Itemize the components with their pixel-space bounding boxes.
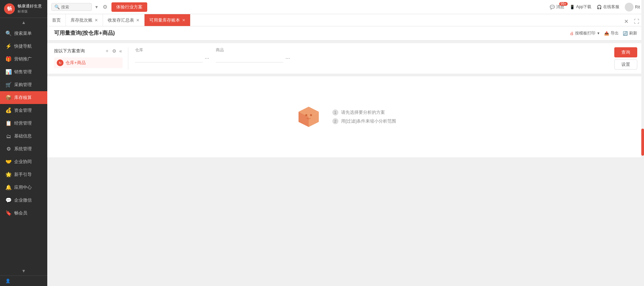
search-icon: 🔍 [54,4,60,9]
message-btn[interactable]: 💬 消息 99+ [550,4,564,10]
settings-scheme-btn[interactable]: ⚙ [111,47,117,55]
sidebar-user-bottom[interactable]: 👤 [0,276,47,286]
member-icon: 🔖 [5,210,11,216]
sidebar-scroll-down[interactable]: ▼ [0,266,47,276]
filter-scheme-actions: ＋ ⚙ « [104,47,123,55]
enterprise-icon: 🤝 [5,159,11,165]
goods-more-btn[interactable]: ··· [285,55,290,61]
query-button[interactable]: 查询 [614,47,637,57]
sidebar: 畅 畅康通好生意 标准版 ▲ 🔍 搜索菜单 ⚡ 快捷导航 🎁 营销推广 📊 销售… [0,0,47,286]
sidebar-item-operation[interactable]: 📋 经营管理 [0,117,47,130]
scheme-icon: ↻ [57,59,63,66]
filter-field-goods: 商品 ··· [216,47,290,62]
wechat-icon: 💬 [5,197,11,203]
sidebar-item-inventory[interactable]: 📦 库存核算 [0,91,47,104]
purchase-icon: 🛒 [5,82,11,88]
avatar [625,3,634,11]
app-download-icon: 📱 [570,5,575,9]
user-profile-btn[interactable]: Rit [625,3,640,11]
sidebar-item-system[interactable]: ⚙ 系统管理 [0,142,47,155]
print-label: 按模板打印 [575,30,595,36]
tab-available-qty-label: 可用量库存账本 [149,17,180,23]
industry-btn[interactable]: 体验行业方案 [111,2,147,12]
sidebar-item-label: 企业微信 [14,197,32,203]
filter-schemes-header: 按以下方案查询 ＋ ⚙ « [54,47,123,55]
scheme-item-warehouse-goods[interactable]: ↻ 仓库+商品 [54,57,123,68]
sidebar-item-sales[interactable]: 📊 销售管理 [0,66,47,78]
empty-step-1: 1 请先选择要分析的方案 [332,109,396,115]
refresh-label: 刷新 [629,30,637,36]
settings-button[interactable]: 设置 [614,59,637,70]
sidebar-item-label: 库存核算 [14,95,32,101]
tab-home-label: 首页 [52,17,61,23]
sidebar-item-label: 快捷导航 [14,43,32,49]
sidebar-item-label: 搜索菜单 [14,30,32,36]
sidebar-item-label: 畅会员 [14,210,27,216]
empty-state: 1 请先选择要分析的方案 2 用[过滤]条件来缩小分析范围 [47,76,644,157]
sidebar-item-finance[interactable]: 💰 资金管理 [0,104,47,117]
close-tab-btn[interactable]: ✕ [623,17,630,26]
sidebar-item-marketing[interactable]: 🎁 营销推广 [0,53,47,66]
sidebar-item-guide[interactable]: 🌟 新手引导 [0,168,47,181]
sidebar-item-label: 采购管理 [14,82,32,88]
refresh-btn[interactable]: 🔄 刷新 [623,30,637,36]
tab-available-qty-close[interactable]: ✕ [182,18,185,23]
sidebar-item-purchase[interactable]: 🛒 采购管理 [0,78,47,91]
sidebar-item-search[interactable]: 🔍 搜索菜单 [0,27,47,40]
user-name-label: Rit [635,5,640,9]
warehouse-more-btn[interactable]: ··· [205,55,209,61]
filter-field-warehouse: 仓库 ··· [135,47,209,62]
tab-batch-ledger-label: 库存批次账 [71,17,93,23]
print-dropdown-icon: ▼ [597,31,600,35]
empty-step-2: 2 用[过滤]条件来缩小分析范围 [332,118,396,124]
service-icon: 🎧 [597,5,602,9]
filter-area: 按以下方案查询 ＋ ⚙ « ↻ 仓库+商品 仓库 [47,43,644,74]
search-icon: 🔍 [5,30,11,36]
gear-settings-btn[interactable]: ⚙ [101,2,109,11]
tab-batch-ledger[interactable]: 库存批次账 ✕ [66,14,103,26]
tab-available-qty[interactable]: 可用量库存账本 ✕ [145,14,190,26]
expand-btn[interactable]: ⛶ [633,17,641,26]
sidebar-item-basic-info[interactable]: 🗂 基础信息 [0,130,47,142]
export-btn[interactable]: 📤 导出 [604,30,619,36]
app-download-btn[interactable]: 📱 App下载 [570,4,591,10]
online-service-btn[interactable]: 🎧 在线客服 [597,4,619,10]
goods-label: 商品 [216,47,290,53]
sidebar-item-quick-nav[interactable]: ⚡ 快捷导航 [0,40,47,53]
topbar-search-box[interactable]: 🔍 [51,3,92,11]
sidebar-logo: 畅 [4,3,15,14]
sidebar-item-enterprise[interactable]: 🤝 企业协同 [0,155,47,168]
tabs-actions: ✕ ⛶ [619,17,644,26]
tab-batch-ledger-close[interactable]: ✕ [95,18,98,23]
tab-collection-summary-close[interactable]: ✕ [136,18,139,23]
sidebar-item-member[interactable]: 🔖 畅会员 [0,207,47,219]
system-icon: ⚙ [5,146,11,152]
empty-instructions: 1 请先选择要分析的方案 2 用[过滤]条件来缩小分析范围 [332,109,396,124]
warehouse-label: 仓库 [135,47,209,53]
app-center-icon: 🔔 [5,184,11,190]
filter-scheme-title: 按以下方案查询 [54,48,85,54]
goods-input[interactable] [216,54,283,62]
tab-collection-summary[interactable]: 收发存汇总表 ✕ [103,14,145,26]
empty-illustration [295,103,322,130]
sidebar-header: 畅 畅康通好生意 标准版 [0,0,47,18]
sidebar-item-app-center[interactable]: 🔔 应用中心 [0,181,47,194]
message-icon: 💬 [550,5,555,9]
tab-home[interactable]: 首页 [47,14,66,26]
add-scheme-btn[interactable]: ＋ [104,47,110,55]
right-scrollbar[interactable] [641,0,644,286]
search-input[interactable] [61,5,88,9]
sidebar-item-label: 企业协同 [14,159,32,165]
sidebar-item-wechat[interactable]: 💬 企业微信 [0,194,47,207]
warehouse-input[interactable] [135,54,203,62]
sidebar-item-label: 基础信息 [14,133,32,139]
inventory-icon: 📦 [5,95,11,101]
search-dropdown-btn[interactable]: ▼ [95,5,99,9]
filter-schemes: 按以下方案查询 ＋ ⚙ « ↻ 仓库+商品 [54,47,128,70]
main-area: 🔍 ▼ ⚙ 体验行业方案 💬 消息 99+ 📱 App下载 🎧 在线客服 Rit [47,0,644,286]
print-btn[interactable]: 🖨 按模板打印 ▼ [570,30,600,36]
scheme-item-label: 仓库+商品 [66,60,86,66]
sidebar-scroll-up[interactable]: ▲ [0,18,47,27]
collapse-scheme-btn[interactable]: « [119,47,123,55]
refresh-icon: 🔄 [623,31,628,36]
